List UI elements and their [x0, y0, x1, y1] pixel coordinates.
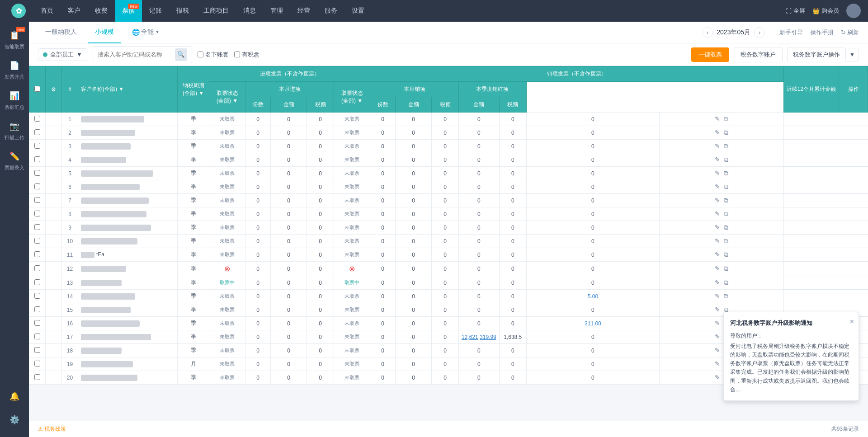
nav-item-settings[interactable]: 设置 — [344, 0, 372, 22]
tax-disk-checkbox-label[interactable]: 有税盘 — [234, 51, 259, 59]
edit-action-button[interactable]: ✎ — [715, 156, 720, 163]
fullscreen-button[interactable]: ⛶ 全屏 — [786, 7, 805, 15]
edit-action-button[interactable]: ✎ — [715, 183, 720, 190]
copy-action-button[interactable]: ⧉ — [724, 169, 728, 177]
nav-item-operation[interactable]: 经营 — [290, 0, 317, 22]
row-checkbox[interactable] — [34, 197, 40, 203]
nav-item-client[interactable]: 客户 — [61, 0, 88, 22]
select-all-checkbox[interactable] — [34, 86, 40, 92]
edit-action-button[interactable]: ✎ — [715, 333, 720, 340]
copy-action-button[interactable]: ⧉ — [724, 115, 728, 122]
client-name-header[interactable]: 客户名称(全部) ▼ — [78, 66, 178, 113]
digital-ops-dropdown[interactable]: ▼ — [845, 48, 859, 61]
row-checkbox[interactable] — [34, 279, 40, 285]
row-checkbox[interactable] — [34, 224, 40, 230]
cumulative-value[interactable]: 5.00 — [588, 293, 598, 300]
copy-action-button[interactable]: ⧉ — [724, 210, 728, 217]
edit-action-button[interactable]: ✎ — [715, 306, 720, 313]
row-checkbox[interactable] — [34, 334, 40, 339]
nav-item-manage[interactable]: 管理 — [263, 0, 290, 22]
sidebar-notify-button[interactable]: 🔔 — [2, 386, 27, 406]
nav-item-message[interactable]: 消息 — [236, 0, 263, 22]
manual-link[interactable]: 操作手册 — [810, 28, 834, 37]
tab-small-scale[interactable]: 小规模 — [88, 22, 121, 43]
user-avatar[interactable] — [846, 4, 861, 18]
edit-action-button[interactable]: ✎ — [715, 224, 720, 231]
guide-link[interactable]: 新手引导 — [779, 28, 803, 37]
edit-action-button[interactable]: ✎ — [715, 169, 720, 177]
nav-item-bookkeeping[interactable]: 记账 — [142, 0, 169, 22]
row-checkbox[interactable] — [34, 293, 40, 299]
row-checkbox[interactable] — [34, 183, 40, 189]
nav-item-home[interactable]: 首页 — [33, 0, 61, 22]
row-checkbox[interactable] — [34, 265, 40, 271]
row-checkbox[interactable] — [34, 116, 40, 122]
copy-action-button[interactable]: ⧉ — [724, 183, 728, 190]
edit-action-button[interactable]: ✎ — [715, 210, 720, 217]
next-month-button[interactable]: › — [754, 27, 765, 38]
row-checkbox[interactable] — [34, 211, 40, 216]
copy-action-button[interactable]: ⧉ — [724, 142, 728, 150]
input-status-header[interactable]: 取票状态(全部) ▼ — [209, 82, 245, 113]
staff-filter[interactable]: 全部员工 ▼ — [38, 48, 87, 61]
output-status-header[interactable]: 取票状态(全部) ▼ — [334, 82, 370, 113]
digital-account-button[interactable]: 税务数字账户 — [734, 47, 783, 62]
row-checkbox[interactable] — [34, 143, 40, 149]
digital-ops-button[interactable]: 税务数字账户操作 — [787, 47, 845, 62]
search-button[interactable]: 🔍 — [175, 48, 187, 61]
edit-action-button[interactable]: ✎ — [715, 279, 720, 286]
ledger-checkbox-label[interactable]: 名下账套 — [198, 51, 229, 59]
sidebar-item-scan[interactable]: 📷 扫描上传 — [2, 116, 27, 145]
edit-action-button[interactable]: ✎ — [715, 374, 720, 381]
edit-action-button[interactable]: ✎ — [715, 292, 720, 300]
copy-action-button[interactable]: ⧉ — [724, 129, 728, 136]
copy-action-button[interactable]: ⧉ — [724, 265, 728, 272]
copy-action-button[interactable]: ⧉ — [724, 251, 728, 258]
row-checkbox[interactable] — [34, 238, 40, 244]
one-key-invoice-button[interactable]: 一键取票 — [691, 47, 729, 62]
edit-action-button[interactable]: ✎ — [715, 360, 720, 367]
tax-disk-checkbox[interactable] — [234, 52, 240, 57]
ledger-checkbox[interactable] — [198, 52, 203, 57]
copy-action-button[interactable]: ⧉ — [724, 156, 728, 163]
cumulative-value[interactable]: 311.00 — [585, 320, 601, 327]
tax-period-header[interactable]: 纳税周期(全部) ▼ — [178, 66, 209, 113]
logo[interactable]: ✿ — [7, 0, 30, 22]
row-checkbox[interactable] — [34, 361, 40, 367]
copy-action-button[interactable]: ⧉ — [724, 224, 728, 231]
edit-action-button[interactable]: ✎ — [715, 320, 720, 327]
row-checkbox[interactable] — [34, 306, 40, 312]
sidebar-item-smart-invoice[interactable]: new 📋 智能取票 — [2, 25, 27, 54]
popup-close-button[interactable]: × — [850, 316, 854, 328]
sidebar-item-summary[interactable]: 📊 票据汇总 — [2, 86, 27, 114]
edit-action-button[interactable]: ✎ — [715, 197, 720, 204]
tax-policy-link[interactable]: ⚠ 税务政策 — [38, 425, 66, 433]
edit-action-button[interactable]: ✎ — [715, 251, 720, 258]
copy-action-button[interactable]: ⧉ — [724, 237, 728, 244]
search-input[interactable] — [98, 51, 175, 58]
sidebar-item-issue-invoice[interactable]: 📄 发票开具 — [2, 56, 27, 84]
refresh-link[interactable]: ↻ 刷新 — [841, 28, 859, 37]
nav-item-fee[interactable]: 收费 — [88, 0, 115, 22]
tab-general-taxpayer[interactable]: 一般纳税人 — [38, 22, 84, 43]
copy-action-button[interactable]: ⧉ — [724, 197, 728, 204]
edit-action-button[interactable]: ✎ — [715, 142, 720, 150]
row-checkbox[interactable] — [34, 170, 40, 176]
row-checkbox[interactable] — [34, 156, 40, 162]
edit-action-button[interactable]: ✎ — [715, 347, 720, 354]
nav-item-tax[interactable]: 报税 — [169, 0, 196, 22]
prev-month-button[interactable]: ‹ — [702, 27, 713, 38]
row-checkbox[interactable] — [34, 251, 40, 257]
nav-item-service[interactable]: 服务 — [317, 0, 344, 22]
edit-action-button[interactable]: ✎ — [715, 115, 720, 122]
copy-action-button[interactable]: ⧉ — [724, 292, 728, 300]
sidebar-item-entry[interactable]: ✏️ 票据录入 — [2, 146, 27, 175]
row-checkbox[interactable] — [34, 320, 40, 326]
tab-all-in-one[interactable]: 🌐 全能 ▼ — [125, 22, 167, 43]
edit-action-button[interactable]: ✎ — [715, 265, 720, 272]
copy-action-button[interactable]: ⧉ — [724, 279, 728, 286]
sidebar-settings-button[interactable]: ⚙️ — [2, 410, 27, 430]
row-checkbox[interactable] — [34, 347, 40, 353]
nav-item-business[interactable]: 工商项目 — [196, 0, 236, 22]
edit-action-button[interactable]: ✎ — [715, 129, 720, 136]
